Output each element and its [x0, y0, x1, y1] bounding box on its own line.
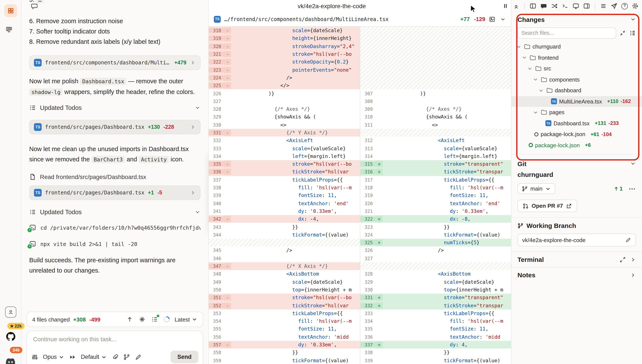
todos-status-icon[interactable] [151, 316, 158, 323]
chat-scroll-area[interactable]: 5. … 6. Remove zoom instruction noise 7.… [22, 0, 208, 312]
kanban-icon[interactable] [6, 26, 13, 33]
line-number: 347 [209, 264, 224, 269]
diff-rows[interactable]: 318- scale={dateScale}319- height={inner… [209, 26, 511, 364]
pause-icon[interactable] [502, 2, 509, 10]
tree-folder[interactable]: components [511, 74, 642, 85]
tree-folder[interactable]: churnguard [511, 41, 642, 52]
changes-title: Changes [517, 16, 545, 23]
monitor-icon[interactable] [572, 2, 579, 10]
todo-list: 6. Remove zoom instruction noise 7. Soft… [29, 16, 201, 47]
attach-icon[interactable] [112, 354, 119, 360]
branch-selector[interactable]: main [517, 183, 555, 194]
settings-gear-icon[interactable] [632, 2, 638, 10]
discord-icon[interactable] [5, 356, 16, 364]
collapse-tree-icon[interactable] [620, 30, 626, 36]
checklist-icon [29, 104, 36, 111]
branch-icon[interactable] [123, 354, 130, 360]
tree-file[interactable]: TSMultiLineArea.tsx+110-162 [511, 96, 642, 107]
file-change-chip[interactable]: TS frontend/src/pages/Dashboard.tsx +1 -… [29, 186, 201, 200]
line-number: 330 [209, 122, 224, 127]
line-number: 329 [360, 279, 376, 284]
more-options-icon[interactable]: ⋯ [629, 184, 636, 193]
working-branch-field[interactable]: vk/4e2a-explore-the-code [517, 234, 636, 246]
chevron-right-icon[interactable] [630, 272, 636, 278]
shuffle-icon[interactable] [551, 2, 558, 10]
terminal-icon[interactable] [562, 2, 568, 10]
terminal-section-header[interactable]: Terminal [511, 252, 642, 267]
chevron-down-icon[interactable] [500, 16, 506, 22]
file-change-chip[interactable]: TS frontend/src/components/dashboard/Mul… [29, 55, 201, 70]
diff-row: 356 textAnchor: 'midd336 textAnchor: 'mi… [209, 333, 511, 341]
fast-forward-icon[interactable] [69, 354, 76, 360]
tree-folder[interactable]: frontend [511, 52, 642, 63]
latest-dropdown[interactable]: Latest [175, 316, 198, 322]
code-line: fill: 'hsl(var(--m [231, 184, 360, 190]
tree-folder[interactable]: dashboard [511, 85, 642, 96]
diff-row: 351- stroke="hsl(var(--bo331+ stroke="tr… [209, 294, 511, 302]
diff-sign: - [224, 302, 231, 308]
menu-icon[interactable] [600, 2, 607, 10]
tree-folder[interactable]: pages [511, 107, 642, 118]
panel-columns-icon[interactable] [529, 2, 536, 10]
git-title: Git [517, 160, 526, 167]
chevron-right-icon[interactable] [630, 256, 636, 262]
line-number: 332 [209, 138, 224, 143]
tree-file[interactable]: package-lock.json+6 [511, 140, 642, 151]
model-selector[interactable]: Opus [43, 354, 65, 360]
git-section: Git churnguard main 1 ⋯ [511, 154, 642, 217]
tree-view-icon[interactable] [629, 30, 636, 36]
settings-sliders-icon[interactable] [31, 354, 38, 360]
search-box[interactable] [517, 28, 616, 39]
notes-section-header[interactable]: Notes [511, 267, 642, 282]
code-line: left={margin.left} [383, 153, 511, 159]
code-line: top={innerHeight + m [383, 287, 511, 293]
files-changed-bar[interactable]: 4 files changed +308 -499 Latest [27, 312, 203, 327]
user-icon[interactable] [5, 306, 16, 318]
terminal-command-row[interactable]: npx vite build 2>&1 | tail -20 [29, 238, 201, 250]
updated-todos-row[interactable]: Updated Todos [29, 104, 201, 111]
mode-selector[interactable]: Default [81, 354, 107, 360]
updated-todos-row[interactable]: Updated Todos [29, 208, 201, 216]
send-button[interactable]: Send [171, 351, 198, 363]
line-number: 339 [360, 358, 376, 363]
file-change-chip[interactable]: TS frontend/src/pages/Dashboard.tsx +130… [29, 120, 201, 134]
read-file-row[interactable]: Read frontend/src/pages/Dashboard.tsx [29, 174, 201, 180]
image-view-icon[interactable] [489, 16, 495, 22]
sparkle-icon[interactable] [139, 316, 145, 323]
diff-row: 342- dx: -4,322+ dx: -8, [209, 215, 511, 223]
file-search-row [511, 26, 642, 41]
collapse-up-icon[interactable] [513, 2, 520, 10]
tree-folder[interactable]: src [511, 63, 642, 74]
expand-icon[interactable] [620, 256, 626, 262]
chat-bubble-icon[interactable] [540, 2, 547, 10]
chevron-down-icon[interactable] [630, 160, 636, 166]
open-pr-button[interactable]: Open PR #7 [517, 200, 577, 212]
terminal-command-row[interactable]: cd /private/var/folders/10/h7w0q46556ggr… [29, 222, 201, 234]
app-window: ★22k 346 5. … 6. Remove zoom instruction… [0, 0, 642, 364]
line-number: 311 [360, 122, 376, 127]
code-line: <> [383, 122, 511, 128]
chat-input[interactable] [33, 336, 197, 342]
pen-icon[interactable] [135, 354, 142, 360]
clipped-todo-line: 5. … [29, 0, 201, 5]
typescript-icon: TS [34, 59, 42, 66]
message-square-icon[interactable] [31, 2, 38, 10]
workspace-grid-icon[interactable] [4, 4, 17, 17]
github-icon[interactable] [5, 331, 16, 344]
panel-right-icon[interactable] [583, 2, 590, 10]
diff-sign: - [224, 263, 231, 269]
chevron-down-icon[interactable] [630, 16, 636, 22]
search-input[interactable] [521, 30, 612, 36]
tree-file[interactable]: TSDashboard.tsx+131-233 [511, 118, 642, 129]
arrow-up-icon[interactable] [126, 316, 133, 323]
share-icon[interactable] [611, 2, 617, 10]
code-line: {/* Y Axis */} [231, 130, 360, 136]
tree-file[interactable]: package-lock.json+61-104 [511, 129, 642, 140]
diff-row: 320- strokeDasharray="2,4" [209, 42, 511, 50]
edit-icon[interactable] [625, 237, 631, 243]
changes-section-header[interactable]: Changes [511, 12, 642, 26]
terminal-icon [29, 224, 36, 231]
code-line: stroke="hsl(var(--bo [231, 161, 360, 167]
diff-sign: + [376, 302, 383, 308]
help-icon[interactable] [621, 3, 628, 9]
